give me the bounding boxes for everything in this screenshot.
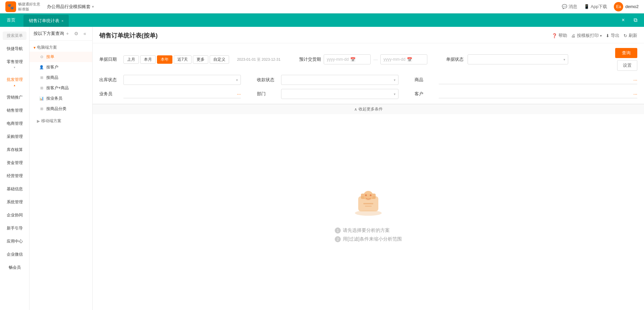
tab-home[interactable]: 首页 bbox=[0, 13, 22, 27]
scheme-item-by-customer[interactable]: 👤 按客户 bbox=[30, 62, 92, 72]
sidebar-item-operations[interactable]: 经营管理 bbox=[0, 169, 29, 182]
salesperson-more-button[interactable]: ··· bbox=[237, 91, 241, 97]
help-button[interactable]: ❓ 帮助 bbox=[552, 33, 567, 39]
expected-date-end-input[interactable]: yyyy-mm-dd 📅 bbox=[380, 54, 427, 64]
sidebar-item-marketing[interactable]: 营销推广 bbox=[0, 91, 29, 104]
maximize-button[interactable]: ⧉ bbox=[631, 15, 640, 25]
tab-close-icon[interactable]: × bbox=[61, 19, 63, 23]
date-range-display: 2023-01-01 至 2023-12-31 bbox=[237, 57, 281, 62]
order-status-select[interactable]: ▾ bbox=[468, 54, 568, 64]
left-panel-actions: + ⚙ « bbox=[64, 30, 88, 37]
date-btn-this-year[interactable]: 本年 bbox=[157, 55, 172, 64]
print-icon: 🖨 bbox=[571, 33, 576, 38]
tab-bar: 首页 销售订单统计表 × × ⧉ bbox=[0, 13, 644, 27]
sidebar-item-finance[interactable]: 资金管理 bbox=[0, 156, 29, 169]
svg-rect-6 bbox=[363, 203, 373, 204]
page-title: 销售订单统计表(按单) bbox=[99, 32, 158, 40]
export-icon: ⬇ bbox=[606, 33, 609, 38]
sidebar-item-purchase[interactable]: 采购管理 bbox=[0, 130, 29, 143]
scheme-item-by-category[interactable]: ⊞ 按商品分类 bbox=[30, 104, 92, 114]
collapse-bar[interactable]: ∧ 收起更多条件 bbox=[93, 104, 644, 114]
date-btn-last7days[interactable]: 近7天 bbox=[174, 55, 192, 64]
scheme-customer-icon: 👤 bbox=[39, 65, 44, 70]
page-header: 销售订单统计表(按单) ❓ 帮助 🖨 按模板打印 ▾ ⬇ 导出 ↻ 刷新 bbox=[93, 27, 644, 43]
sidebar-item-wholesale[interactable]: 批发管理 ▴ bbox=[0, 73, 29, 91]
breadcrumb: 办公用品行业模拟账套 ▾ bbox=[47, 4, 94, 10]
collapse-more-button[interactable]: ∧ 收起更多条件 bbox=[354, 106, 383, 112]
message-button[interactable]: 💬 消息 bbox=[562, 4, 577, 10]
filter-area: 单据日期 上月 本月 本年 近7天 更多 自定义 2023-01-01 至 20… bbox=[93, 43, 644, 104]
date-separator: — bbox=[373, 57, 378, 62]
message-icon: 💬 bbox=[562, 4, 567, 9]
sidebar-item-newbie[interactable]: 新手引导 bbox=[0, 221, 29, 235]
sidebar-search[interactable]: 搜索菜单 bbox=[0, 30, 29, 42]
date-btn-this-month[interactable]: 本月 bbox=[140, 55, 156, 64]
order-status-label: 单据状态 bbox=[446, 56, 465, 62]
print-arrow-icon: ▾ bbox=[600, 34, 602, 38]
tab-sales-order-stats[interactable]: 销售订单统计表 × bbox=[23, 15, 69, 27]
sidebar-item-apps[interactable]: 应用中心 bbox=[0, 235, 29, 248]
scheme-order-icon: ⊙ bbox=[39, 54, 44, 60]
goods-more-button[interactable]: ··· bbox=[633, 77, 637, 83]
add-scheme-button[interactable]: + bbox=[64, 30, 71, 37]
sidebar-item-wechat[interactable]: 企业微信 bbox=[0, 248, 29, 261]
export-button[interactable]: ⬇ 导出 bbox=[606, 33, 620, 39]
logo-text: 畅捷通好生意 标准版 bbox=[18, 2, 40, 11]
sidebar-item-member[interactable]: 畅会员 bbox=[0, 261, 29, 274]
refresh-button[interactable]: ↻ 刷新 bbox=[624, 33, 637, 39]
search-menu-button[interactable]: 搜索菜单 bbox=[3, 32, 26, 40]
sidebar-item-ecommerce[interactable]: 电商管理 bbox=[0, 117, 29, 130]
status-select-arrow-icon: ▾ bbox=[564, 58, 565, 61]
expected-date-start-input[interactable]: yyyy-mm-dd 📅 bbox=[324, 54, 371, 64]
customer-filter-area: ··· bbox=[439, 90, 637, 98]
calendar-start-icon: 📅 bbox=[350, 57, 356, 62]
sidebar-item-sales[interactable]: 销售管理 bbox=[0, 104, 29, 117]
date-btn-last-month[interactable]: 上月 bbox=[123, 55, 139, 64]
pc-group-arrow-icon: ▾ bbox=[34, 45, 36, 50]
app-download-button[interactable]: 📱 App下载 bbox=[584, 4, 607, 10]
tip-1: 1 请先选择要分析的方案 bbox=[335, 227, 402, 234]
scheme-item-by-product[interactable]: ⊞ 按商品 bbox=[30, 72, 92, 83]
empty-svg bbox=[348, 179, 388, 220]
wholesale-arrow-icon: ▴ bbox=[14, 84, 15, 87]
sidebar-item-shortcut[interactable]: 快捷导航 bbox=[0, 42, 29, 55]
filter-row-3: 业务员 ··· 部门 ▾ 客户 ··· bbox=[99, 89, 637, 99]
minimize-button[interactable]: × bbox=[619, 15, 628, 25]
scheme-settings-button[interactable]: ⚙ bbox=[73, 30, 79, 37]
scheme-item-by-salesperson[interactable]: 📊 按业务员 bbox=[30, 93, 92, 104]
svg-rect-7 bbox=[365, 206, 372, 207]
receipt-status-select[interactable]: ▾ bbox=[281, 75, 398, 85]
avatar: Ea bbox=[614, 2, 623, 11]
logo-icon: 🐾 bbox=[5, 1, 16, 12]
left-panel: 按以下方案查询 + ⚙ « ▾ 电脑端方案 ⊙ 按单 👤 按客户 ⊞ 按商品 bbox=[30, 27, 93, 310]
order-status-group: 单据状态 ▾ bbox=[446, 54, 568, 64]
date-btn-more[interactable]: 更多 bbox=[193, 55, 208, 64]
expected-date-group: 预计交货期 yyyy-mm-dd 📅 — yyyy-mm-dd 📅 bbox=[299, 54, 427, 64]
sidebar-item-enterprise[interactable]: 企业协同 bbox=[0, 208, 29, 221]
date-quick-buttons: 上月 本月 本年 近7天 更多 自定义 bbox=[123, 55, 229, 64]
customer-more-button[interactable]: ··· bbox=[633, 91, 637, 97]
print-template-button[interactable]: 🖨 按模板打印 ▾ bbox=[571, 33, 602, 39]
pc-group-title[interactable]: ▾ 电脑端方案 bbox=[30, 43, 92, 52]
sidebar-item-basic[interactable]: 基础信息 bbox=[0, 182, 29, 195]
sidebar-item-system[interactable]: 系统管理 bbox=[0, 195, 29, 208]
scheme-item-by-customer-product[interactable]: ⊞ 按客户+商品 bbox=[30, 83, 92, 93]
mobile-group-title[interactable]: ▶ 移动端方案 bbox=[30, 116, 92, 125]
sidebar-item-retail[interactable]: 零售管理 ▾ bbox=[0, 55, 29, 73]
filter-row-2: 出库状态 ▾ 收款状态 ▾ 商品 ··· bbox=[99, 75, 637, 85]
filter-row-1: 单据日期 上月 本月 本年 近7天 更多 自定义 2023-01-01 至 20… bbox=[99, 48, 637, 71]
salesperson-label: 业务员 bbox=[99, 91, 118, 97]
panel-collapse-button[interactable]: « bbox=[82, 30, 88, 37]
department-arrow-icon: ▾ bbox=[394, 92, 395, 96]
sidebar-item-inventory[interactable]: 库存核算 bbox=[0, 143, 29, 156]
date-btn-custom[interactable]: 自定义 bbox=[210, 55, 229, 64]
goods-filter-area: ··· bbox=[439, 76, 637, 84]
department-select[interactable]: ▾ bbox=[281, 89, 398, 99]
user-area[interactable]: Ea demo2 bbox=[614, 2, 639, 11]
top-bar: 🐾 畅捷通好生意 标准版 办公用品行业模拟账套 ▾ 💬 消息 📱 App下载 E… bbox=[0, 0, 644, 13]
query-button[interactable]: 查询 bbox=[615, 48, 637, 58]
logo-area: 🐾 畅捷通好生意 标准版 bbox=[5, 1, 40, 12]
out-status-select[interactable]: ▾ bbox=[123, 75, 241, 85]
scheme-item-by-order[interactable]: ⊙ 按单 bbox=[30, 52, 92, 62]
settings-button[interactable]: 设置 bbox=[617, 60, 637, 71]
